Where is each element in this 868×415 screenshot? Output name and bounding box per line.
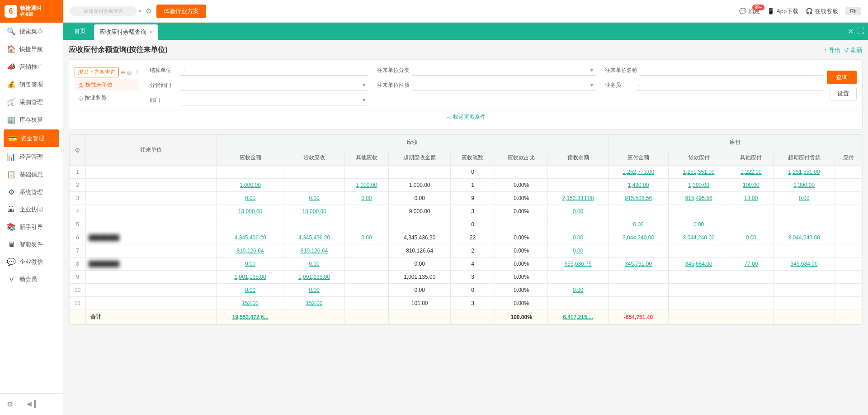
app-download-button[interactable]: 📱 App下载 <box>767 7 798 15</box>
lailai-class-select[interactable]: ▾ <box>412 65 595 76</box>
total-advance-balance: 6,417,215.... <box>548 310 609 324</box>
settings-scheme-icon[interactable]: ◎ <box>127 69 132 76</box>
payable-tail-header: 应付 <box>835 150 862 166</box>
dept-select[interactable]: ▾ <box>179 95 368 105</box>
breadcrumb-text: 应收应付余额查询 <box>70 6 137 16</box>
topbar-gear-icon[interactable]: ⚙ <box>146 7 152 15</box>
sidebar-item-quick-nav[interactable]: 🏠 快捷导航 <box>0 40 63 58</box>
receivable-ratio-header: 应收款占比 <box>495 150 548 166</box>
other-receivable-header: 其他应收 <box>344 150 389 166</box>
logo-main: 畅捷通叫 <box>20 5 42 11</box>
scheme-by-partner[interactable]: ◎ 按往来单位 <box>75 79 139 91</box>
enterprise-icon: 🏛 <box>7 205 16 214</box>
add-scheme-icon[interactable]: ⊕ <box>121 69 125 76</box>
scheme-by-salesperson[interactable]: ◎ 按业务员 <box>75 92 139 104</box>
table-settings-icon[interactable]: ⚙ <box>75 147 80 154</box>
sidebar-item-wechat[interactable]: 💬 企业微信 <box>0 253 63 271</box>
breadcrumb-arrow-icon: ▾ <box>139 9 141 14</box>
system-icon: ⚙ <box>7 188 16 196</box>
filter-action-buttons: 查询 设置 <box>827 71 857 100</box>
online-service-button[interactable]: 🎧 在线客服 <box>806 7 838 15</box>
sidebar-item-label: 智能硬件 <box>19 240 43 248</box>
tab-close-icon[interactable]: × <box>149 29 152 35</box>
jiesuan-unit-input[interactable]: ··· <box>179 65 368 76</box>
collapse-scheme-icon[interactable]: 《 <box>133 68 139 76</box>
close-window-icon[interactable]: ✕ <box>848 27 854 36</box>
filter-area: 按以下方案查询 ⊕ ◎ 《 ◎ 按往来单位 ◎ 按业务员 <box>69 59 863 129</box>
tab-active[interactable]: 应收应付余额查询 × <box>94 24 158 40</box>
lailai-name-input[interactable] <box>640 65 823 76</box>
scheme-toolbar: 按以下方案查询 ⊕ ◎ 《 <box>75 67 139 77</box>
total-overdue-payable <box>773 310 835 324</box>
data-table: ⚙ 往来单位 应收 应付 应收金额 贷款应收 其他应收 超期应收金额 应收笔数 … <box>69 134 862 324</box>
table-container: ⚙ 往来单位 应收 应付 应收金额 贷款应收 其他应收 超期应收金额 应收笔数 … <box>69 134 863 325</box>
message-button[interactable]: 💬 消息 99+ <box>739 7 760 15</box>
sidebar-item-guide[interactable]: 📚 新手引导 <box>0 218 63 236</box>
user-avatar[interactable]: Rit <box>845 8 861 14</box>
business-person-input[interactable]: ··· <box>635 80 823 91</box>
settings-col-header: ⚙ <box>70 135 86 166</box>
sidebar-item-finance[interactable]: 💳 资金管理 <box>4 129 59 147</box>
tab-home[interactable]: 首页 <box>67 23 93 40</box>
sidebar-item-label: 资金管理 <box>21 134 44 143</box>
table-row: 30.000.000.000.0090.00%2,153,333.00915,5… <box>70 192 862 205</box>
wechat-icon: 💬 <box>7 258 16 266</box>
filter-row-1: 按以下方案查询 ⊕ ◎ 《 ◎ 按往来单位 ◎ 按业务员 <box>75 65 857 105</box>
total-receivable-amt: 19,553,472,6... <box>217 310 284 324</box>
collapse-sidebar-icon[interactable]: ◀▐ <box>27 400 36 409</box>
export-button[interactable]: ↑ 导出 <box>824 46 841 54</box>
sidebar-item-operation[interactable]: 📊 经营管理 <box>0 148 63 166</box>
filter-collapse-btn[interactable]: ︿ 收起更多条件 <box>75 110 857 124</box>
overdue-payable-header: 超期应付货款 <box>773 150 835 166</box>
sidebar-item-search-menu[interactable]: 🔍 搜索菜单 <box>0 23 63 40</box>
sidebar-item-sales[interactable]: 💰 销售管理 <box>0 76 63 93</box>
table-row: 418,000.0018,000.009,000.0030.00%0.00 <box>70 205 862 218</box>
total-loan-receivable <box>284 310 344 324</box>
finance-icon: 💳 <box>8 134 17 143</box>
filter-jiesuan-unit: 结算单位 ··· <box>150 65 368 76</box>
inventory-icon: 🏢 <box>7 115 16 124</box>
search-menu-icon: 🔍 <box>7 27 16 36</box>
logo-sub: 标准版 <box>20 11 42 18</box>
refresh-button[interactable]: ↺ 刷新 <box>844 46 863 54</box>
sidebar-item-enterprise[interactable]: 🏛 企业协同 <box>0 201 63 218</box>
sidebar-item-label: 新手引导 <box>19 223 43 231</box>
sidebar-item-member[interactable]: Ⅴ 畅会员 <box>0 271 63 288</box>
table-row: 11152.00152.00101.0030.00% <box>70 297 862 310</box>
sidebar-item-label: 畅会员 <box>19 275 37 283</box>
loan-payable-header: 贷款应付 <box>669 150 729 166</box>
lailai-nature-select[interactable]: ▾ <box>412 80 595 91</box>
query-button[interactable]: 查询 <box>827 71 857 84</box>
sidebar-item-system[interactable]: ⚙ 系统管理 <box>0 183 63 201</box>
sidebar-item-marketing[interactable]: 📣 营销推广 <box>0 58 63 76</box>
sidebar-item-inventory[interactable]: 🏢 库存核算 <box>0 111 63 129</box>
export-icon: ↑ <box>824 47 827 53</box>
member-icon: Ⅴ <box>7 276 16 283</box>
settings-bottom-icon[interactable]: ⚙ <box>7 400 13 409</box>
total-other-payable <box>729 310 773 324</box>
total-label: 合计 <box>86 310 217 324</box>
tab-active-label: 应收应付余额查询 <box>99 28 146 36</box>
sidebar-item-basic-info[interactable]: 📋 基础信息 <box>0 166 63 183</box>
fenguan-dept-label: 分管部门 <box>150 81 177 89</box>
receivable-amt-header: 应收金额 <box>217 150 284 166</box>
fenguan-dept-select[interactable]: ▾ <box>179 80 368 91</box>
message-badge: 99+ <box>752 5 764 10</box>
setting-button[interactable]: 设置 <box>830 87 857 100</box>
trial-button[interactable]: 体验行业方案 <box>156 5 206 18</box>
expand-window-icon[interactable]: ⛶ <box>857 27 864 35</box>
sidebar-item-label: 库存核算 <box>19 116 43 124</box>
business-person-label: 业务员 <box>605 81 632 89</box>
table-row: 100.000.000.0000.00%0.00 <box>70 284 862 297</box>
marketing-icon: 📣 <box>7 62 16 71</box>
basic-info-icon: 📋 <box>7 170 16 179</box>
logo-icon: 6 <box>5 5 17 18</box>
guide-icon: 📚 <box>7 223 16 231</box>
partner-unit-col-header: 往来单位 <box>86 135 217 166</box>
scheme-query-label[interactable]: 按以下方案查询 <box>75 67 119 77</box>
sidebar-item-label: 销售管理 <box>19 81 43 89</box>
page-header: 应收应付余额查询(按往来单位) ↑ 导出 ↺ 刷新 <box>69 45 863 55</box>
sidebar-item-smart-hw[interactable]: 🖥 智能硬件 <box>0 236 63 253</box>
total-payable-tail <box>835 310 862 324</box>
sidebar-item-purchase[interactable]: 🛒 采购管理 <box>0 93 63 111</box>
